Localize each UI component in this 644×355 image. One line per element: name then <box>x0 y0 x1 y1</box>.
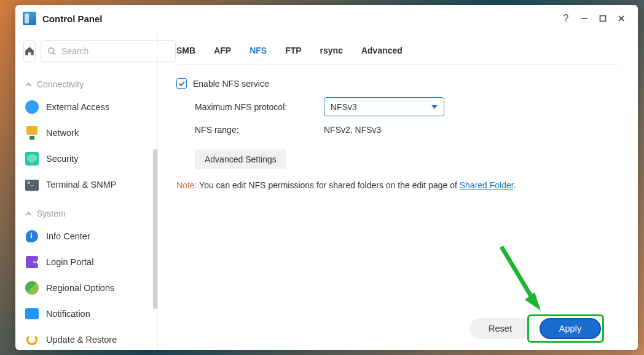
chevron-up-icon <box>25 81 32 88</box>
max-proto-value: NFSv3 <box>331 102 357 112</box>
advanced-settings-button[interactable]: Advanced Settings <box>195 150 286 169</box>
shield-icon <box>25 152 39 166</box>
titlebar: Control Panel ? <box>15 5 638 32</box>
sidebar-item-info-center[interactable]: Info Center <box>15 223 157 249</box>
main-panel: SMB AFP NFS FTP rsync Advanced Enable NF… <box>158 32 638 350</box>
sidebar-section-system[interactable]: System <box>15 197 157 223</box>
note-tail: . <box>514 180 516 190</box>
svg-line-5 <box>53 52 55 55</box>
sidebar-item-security[interactable]: Security <box>15 146 157 172</box>
sidebar-list: Connectivity External Access Network Sec… <box>15 68 157 350</box>
search-input[interactable] <box>61 46 169 56</box>
control-panel-window: Control Panel ? Connectivity <box>15 5 638 350</box>
note-row: Note: You can edit NFS permissions for s… <box>176 180 619 190</box>
help-button[interactable]: ? <box>557 9 575 28</box>
tab-rsync[interactable]: rsync <box>320 46 343 64</box>
tab-smb[interactable]: SMB <box>176 46 195 64</box>
nfs-range-label: NFS range: <box>195 125 324 135</box>
region-icon <box>25 281 39 295</box>
update-icon <box>25 333 39 346</box>
max-proto-label: Maximum NFS protocol: <box>195 102 324 112</box>
sidebar-item-update[interactable]: Update & Restore <box>15 327 157 350</box>
tabs: SMB AFP NFS FTP rsync Advanced <box>176 32 619 65</box>
sidebar-section-connectivity[interactable]: Connectivity <box>15 68 157 94</box>
notification-icon <box>25 308 39 319</box>
tab-ftp[interactable]: FTP <box>285 46 301 64</box>
home-button[interactable] <box>23 40 36 62</box>
max-proto-select[interactable]: NFSv3 <box>324 97 444 116</box>
sidebar: Connectivity External Access Network Sec… <box>15 32 158 350</box>
enable-nfs-row[interactable]: Enable NFS service <box>176 78 619 89</box>
enable-nfs-checkbox[interactable] <box>176 78 187 89</box>
body: Connectivity External Access Network Sec… <box>15 32 638 350</box>
note-text: You can edit NFS permissions for shared … <box>197 180 459 190</box>
terminal-icon <box>25 180 39 191</box>
globe-icon <box>25 100 39 114</box>
sidebar-item-regional[interactable]: Regional Options <box>15 275 157 301</box>
minimize-button[interactable] <box>575 9 594 28</box>
close-button[interactable] <box>612 9 630 28</box>
search-icon <box>47 47 57 56</box>
footer: Reset Apply <box>176 307 619 350</box>
tab-afp[interactable]: AFP <box>214 46 231 64</box>
sidebar-item-terminal[interactable]: Terminal & SNMP <box>15 172 157 197</box>
sidebar-item-external-access[interactable]: External Access <box>15 94 157 120</box>
check-icon <box>178 81 186 87</box>
apply-button[interactable]: Apply <box>540 318 601 339</box>
chevron-up-icon <box>25 210 32 217</box>
nfs-range-value: NFSv2, NFSv3 <box>324 125 381 135</box>
sidebar-item-login-portal[interactable]: Login Portal <box>15 249 157 275</box>
note-label: Note: <box>176 180 197 190</box>
tab-content: Enable NFS service Maximum NFS protocol:… <box>176 65 619 307</box>
tab-advanced[interactable]: Advanced <box>361 46 402 64</box>
login-icon <box>26 256 38 268</box>
sidebar-scrollbar[interactable] <box>153 149 157 309</box>
shared-folder-link[interactable]: Shared Folder <box>460 180 514 190</box>
tab-nfs[interactable]: NFS <box>249 46 267 64</box>
caret-down-icon <box>431 105 438 109</box>
sidebar-item-notification[interactable]: Notification <box>15 301 157 327</box>
window-title: Control Panel <box>42 14 103 24</box>
svg-point-4 <box>49 47 54 53</box>
svg-rect-1 <box>600 16 606 22</box>
control-panel-icon <box>23 12 36 25</box>
sidebar-item-network[interactable]: Network <box>15 120 157 146</box>
reset-button[interactable]: Reset <box>469 318 531 339</box>
info-icon <box>26 230 38 242</box>
network-icon <box>25 126 39 140</box>
maximize-button[interactable] <box>594 9 612 28</box>
search-input-wrap[interactable] <box>41 40 176 62</box>
enable-nfs-label: Enable NFS service <box>193 79 269 89</box>
